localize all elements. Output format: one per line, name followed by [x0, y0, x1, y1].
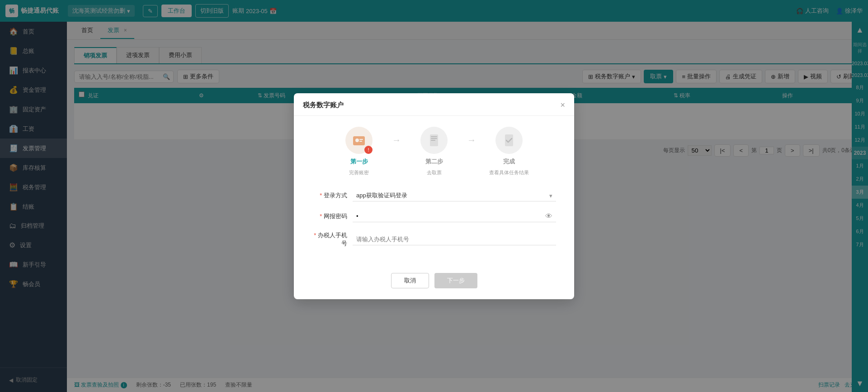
eye-icon[interactable]: 👁	[545, 212, 552, 220]
login-method-select-wrap: app获取验证码登录 密码登录 ▾	[353, 190, 556, 201]
next-button[interactable]: 下一步	[434, 273, 477, 288]
required-star-2: *	[320, 213, 324, 220]
required-star-3: *	[314, 232, 318, 239]
modal-body: ! 第一步 完善账密 →	[294, 116, 574, 266]
step-3: 完成 查看具体任务结果	[480, 127, 538, 176]
phone-row: * 办税人手机号	[312, 231, 556, 248]
svg-rect-6	[431, 138, 437, 139]
cancel-button[interactable]: 取消	[391, 273, 429, 288]
svg-rect-5	[431, 136, 437, 137]
login-method-label: * 登录方式	[312, 191, 353, 200]
modal-title: 税务数字账户	[303, 101, 344, 110]
step-3-desc: 查看具体任务结果	[489, 169, 529, 176]
step-arrow-1: →	[388, 135, 405, 145]
phone-input[interactable]	[353, 234, 556, 245]
step-2-icon-wrap	[420, 127, 448, 154]
svg-rect-2	[359, 139, 363, 140]
step-1: ! 第一步 完善账密	[330, 127, 388, 176]
phone-label: * 办税人手机号	[312, 231, 353, 248]
step-1-svg	[351, 133, 367, 148]
svg-rect-3	[359, 141, 362, 142]
step-3-svg	[501, 133, 517, 148]
step-2: 第二步 去取票	[405, 127, 463, 176]
step-2-svg	[426, 133, 442, 148]
password-row: * 网报密码 👁	[312, 210, 556, 222]
step-1-badge: !	[364, 146, 373, 154]
select-dropdown-icon: ▾	[549, 192, 552, 199]
svg-rect-0	[353, 136, 365, 145]
steps-row: ! 第一步 完善账密 →	[312, 127, 556, 176]
modal-header: 税务数字账户 ×	[294, 93, 574, 116]
step-3-icon-bg	[495, 127, 523, 154]
step-1-icon-wrap: !	[345, 127, 373, 154]
step-3-label: 完成	[503, 158, 515, 166]
step-arrow-2: →	[463, 135, 480, 145]
login-method-row: * 登录方式 app获取验证码登录 密码登录 ▾	[312, 190, 556, 201]
step-1-desc: 完善账密	[349, 169, 369, 176]
login-method-select[interactable]: app获取验证码登录 密码登录	[353, 190, 556, 201]
modal-overlay: 税务数字账户 ×	[0, 0, 868, 392]
password-input[interactable]	[353, 210, 556, 222]
step-1-label: 第一步	[350, 158, 368, 166]
modal-footer: 取消 下一步	[294, 266, 574, 299]
svg-point-1	[355, 139, 359, 142]
step-2-desc: 去取票	[427, 169, 442, 176]
step-2-icon-bg	[420, 127, 448, 154]
password-wrap: 👁	[353, 210, 556, 222]
step-3-icon-wrap	[495, 127, 523, 154]
tax-digital-modal: 税务数字账户 ×	[294, 93, 574, 299]
step-2-label: 第二步	[425, 158, 443, 166]
svg-rect-7	[431, 140, 435, 141]
required-star-1: *	[320, 192, 324, 199]
password-label: * 网报密码	[312, 212, 353, 220]
modal-close-btn[interactable]: ×	[560, 100, 565, 110]
